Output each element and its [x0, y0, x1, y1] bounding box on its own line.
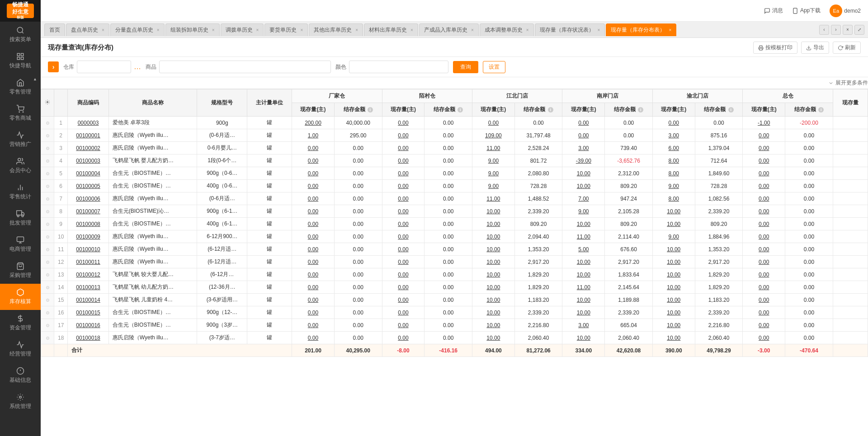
sidebar-item-shop[interactable]: 零售商城	[0, 100, 41, 127]
row-total-qty[interactable]: 0.00	[743, 167, 785, 180]
messages-btn[interactable]: 消息	[764, 7, 783, 14]
row-jiangbei-qty[interactable]: 9.00	[472, 167, 515, 180]
row-code[interactable]: 00100011	[68, 256, 108, 268]
print-btn[interactable]: 按模板打印	[753, 42, 797, 54]
row-yubei-qty[interactable]: 8.00	[652, 155, 695, 167]
row-gear[interactable]: ⚙	[41, 319, 54, 332]
row-yubei-qty[interactable]: 6.00	[652, 142, 695, 155]
sidebar-item-member[interactable]: 会员中心	[0, 153, 41, 179]
row-factory-qty[interactable]: 200.00	[292, 117, 335, 129]
row-nanan-qty[interactable]: 3.00	[562, 319, 605, 332]
tab-close-icon[interactable]: ×	[598, 28, 600, 33]
row-nanan-qty[interactable]: 0.00	[562, 129, 605, 142]
row-jiangbei-qty[interactable]: 10.00	[472, 205, 515, 218]
row-mucun-qty[interactable]: 0.00	[382, 256, 425, 268]
row-gear[interactable]: ⚙	[41, 192, 54, 205]
row-mucun-qty[interactable]: 0.00	[382, 332, 425, 344]
row-gear[interactable]: ⚙	[41, 129, 54, 142]
factory-amt-info[interactable]: i	[368, 107, 373, 113]
row-gear[interactable]: ⚙	[41, 332, 54, 344]
row-yubei-qty[interactable]: 8.00	[652, 167, 695, 180]
row-factory-qty[interactable]: 0.00	[292, 192, 335, 205]
row-nanan-qty[interactable]: 10.00	[562, 256, 605, 268]
row-jiangbei-qty[interactable]: 11.00	[472, 192, 515, 205]
row-mucun-qty[interactable]: 0.00	[382, 167, 425, 180]
row-yubei-qty[interactable]: 10.00	[652, 294, 695, 306]
row-yubei-qty[interactable]: 10.00	[652, 332, 695, 344]
row-nanan-qty[interactable]: 5.00	[562, 243, 605, 256]
row-jiangbei-qty[interactable]: 11.00	[472, 142, 515, 155]
filter-toggle-btn[interactable]: ›	[48, 61, 59, 72]
row-code[interactable]: 00100008	[68, 218, 108, 230]
sidebar-item-info[interactable]: 基础信息	[0, 362, 41, 389]
tab-close-all-btn[interactable]: ×	[843, 25, 853, 35]
row-jiangbei-qty[interactable]: 10.00	[472, 218, 515, 230]
row-jiangbei-qty[interactable]: 10.00	[472, 243, 515, 256]
row-mucun-qty[interactable]: 0.00	[382, 268, 425, 281]
row-gear[interactable]: ⚙	[41, 294, 54, 306]
expand-conditions-btn[interactable]: 展开更多条件	[828, 79, 868, 87]
tab-close-icon[interactable]: ×	[212, 28, 215, 33]
row-code[interactable]: 00100013	[68, 281, 108, 294]
row-jiangbei-qty[interactable]: 10.00	[472, 256, 515, 268]
row-mucun-qty[interactable]: 0.00	[382, 306, 425, 319]
row-gear[interactable]: ⚙	[41, 230, 54, 243]
row-gear[interactable]: ⚙	[41, 306, 54, 319]
row-code[interactable]: 00100009	[68, 230, 108, 243]
app-download-btn[interactable]: App下载	[792, 7, 821, 14]
row-mucun-qty[interactable]: 0.00	[382, 243, 425, 256]
row-mucun-qty[interactable]: 0.00	[382, 218, 425, 230]
tab-close-icon[interactable]: ×	[355, 28, 358, 33]
row-jiangbei-qty[interactable]: 9.00	[472, 155, 515, 167]
row-gear[interactable]: ⚙	[41, 243, 54, 256]
row-total-qty[interactable]: 0.00	[743, 294, 785, 306]
row-code[interactable]: 00100010	[68, 243, 108, 256]
tab-cost[interactable]: 成本调整单历史 ×	[480, 23, 534, 36]
row-factory-qty[interactable]: 0.00	[292, 142, 335, 155]
row-gear[interactable]: ⚙	[41, 142, 54, 155]
refresh-btn[interactable]: 刷新	[833, 42, 861, 54]
row-total-qty[interactable]: 0.00	[743, 129, 785, 142]
tab-outbound[interactable]: 其他出库单历史 ×	[309, 23, 363, 36]
row-factory-qty[interactable]: 0.00	[292, 155, 335, 167]
row-code[interactable]: 00100007	[68, 205, 108, 218]
row-yubei-qty[interactable]: 9.00	[652, 230, 695, 243]
tab-assembly[interactable]: 组装拆卸单历史 ×	[165, 23, 220, 36]
row-yubei-qty[interactable]: 10.00	[652, 306, 695, 319]
row-jiangbei-qty[interactable]: 10.00	[472, 332, 515, 344]
row-total-qty[interactable]: 0.00	[743, 205, 785, 218]
sidebar-item-stats[interactable]: 零售统计	[0, 179, 41, 205]
row-code[interactable]: 00100006	[68, 192, 108, 205]
row-nanan-qty[interactable]: 9.00	[562, 205, 605, 218]
row-nanan-qty[interactable]: 0.00	[562, 117, 605, 129]
row-nanan-qty[interactable]: 10.00	[562, 332, 605, 344]
row-gear[interactable]: ⚙	[41, 281, 54, 294]
row-gear[interactable]: ⚙	[41, 117, 54, 129]
tab-close-icon[interactable]: ×	[157, 28, 160, 33]
row-factory-qty[interactable]: 1.00	[292, 129, 335, 142]
sidebar-item-retail[interactable]: 零售管理 ▲	[0, 74, 41, 100]
row-jiangbei-qty[interactable]: 109.00	[472, 129, 515, 142]
row-yubei-qty[interactable]: 10.00	[652, 281, 695, 294]
tab-material[interactable]: 材料出库单历史 ×	[364, 23, 418, 36]
tab-sub-inventory[interactable]: 分量盘点单历史 ×	[110, 23, 165, 36]
user-profile-btn[interactable]: Ea demo2	[830, 5, 861, 17]
row-total-qty[interactable]: 0.00	[743, 142, 785, 155]
sidebar-item-finance[interactable]: 资金管理	[0, 310, 41, 336]
row-total-qty[interactable]: 0.00	[743, 230, 785, 243]
mucun-amt-info[interactable]: i	[458, 107, 463, 113]
row-gear[interactable]: ⚙	[41, 218, 54, 230]
row-code[interactable]: 00100015	[68, 306, 108, 319]
row-jiangbei-qty[interactable]: 10.00	[472, 306, 515, 319]
row-total-qty[interactable]: 0.00	[743, 155, 785, 167]
row-mucun-qty[interactable]: 0.00	[382, 129, 425, 142]
row-factory-qty[interactable]: 0.00	[292, 205, 335, 218]
row-mucun-qty[interactable]: 0.00	[382, 230, 425, 243]
tab-inventory-check[interactable]: 盘点单历史 ×	[66, 23, 109, 36]
sidebar-item-inventory[interactable]: 库存核算	[0, 284, 41, 310]
row-total-qty[interactable]: 0.00	[743, 256, 785, 268]
row-nanan-qty[interactable]: 11.00	[562, 230, 605, 243]
row-code[interactable]: 00100005	[68, 180, 108, 192]
row-mucun-qty[interactable]: 0.00	[382, 319, 425, 332]
row-factory-qty[interactable]: 0.00	[292, 294, 335, 306]
